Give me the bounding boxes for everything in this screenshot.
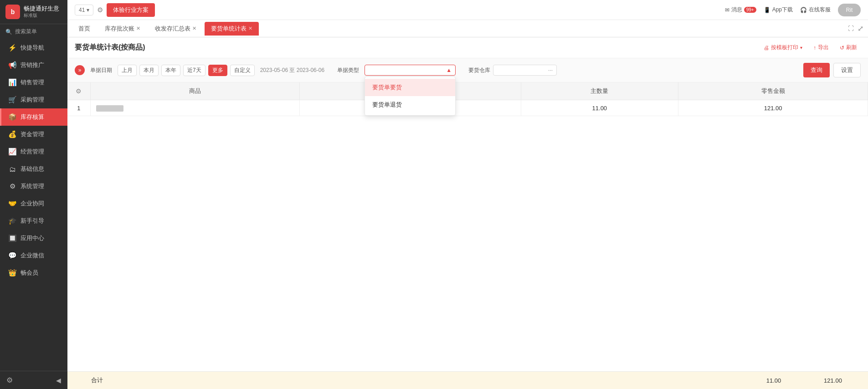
date-presets: 上月 本月 本年 近7天 更多 自定义 [118,65,255,76]
sidebar-item-purchase[interactable]: 🛒 采购管理 [0,91,67,108]
settings-button[interactable]: 设置 [833,63,861,77]
online-service-btn[interactable]: 🎧 在线客服 [800,6,831,14]
sidebar-item-corp[interactable]: 🤝 企业协同 [0,195,67,212]
apps-icon: 🔲 [8,234,17,242]
gear-icon[interactable]: ⚙ [76,87,82,95]
message-btn[interactable]: ✉ 消息 99+ [725,6,756,14]
tab-label-receivable-summary: 收发存汇总表 [155,25,190,33]
preset-this-month[interactable]: 本月 [139,65,159,76]
brand-name: 畅捷通好生意 [24,5,59,13]
type-dropdown: 要货单要货 要货单退货 [365,77,456,116]
sidebar-item-label-inventory: 库存核算 [21,113,44,121]
tab-close-order-summary[interactable]: ✕ [248,26,252,31]
warehouse-select[interactable]: ··· [493,65,557,76]
type-select-wrap: ▲ 要货单要货 要货单退货 [365,65,456,76]
type-arrow: ▲ [446,67,452,73]
app-download-btn[interactable]: 📱 App下载 [764,6,793,14]
sidebar-item-guide[interactable]: 🎓 新手引导 [0,212,67,230]
finance-icon: 💰 [8,130,17,138]
message-icon: ✉ [725,7,729,13]
sidebar-item-quick-nav[interactable]: ⚡ 快捷导航 [0,39,67,56]
sidebar-item-label-member: 畅会员 [21,269,38,277]
table-body: 1 块 11.00 121.00 [67,100,868,116]
warehouse-label: 要货仓库 [468,67,490,74]
type-select[interactable]: ▲ [365,65,456,76]
cell-product [90,100,299,116]
sidebar-item-label-marketing: 营销推广 [21,61,44,69]
sidebar-item-sales[interactable]: 📊 销售管理 [0,74,67,91]
col-amount: 零售金额 [678,82,868,100]
sales-icon: 📊 [8,78,17,87]
filter-expand-btn[interactable]: » [75,65,85,75]
preset-more[interactable]: 更多 [208,65,227,76]
refresh-btn[interactable]: ↺ 刷新 [836,42,861,53]
print-label: 按模板打印 [771,44,798,51]
tab-inventory-batch[interactable]: 库存批次账✕ [98,22,147,36]
tab-close-inventory-batch[interactable]: ✕ [136,26,140,31]
sidebar-item-member[interactable]: 👑 畅会员 [0,264,67,282]
tab-receivable-summary[interactable]: 收发存汇总表✕ [149,22,203,36]
print-icon: 🖨 [764,45,769,51]
gear-icon[interactable]: ⚙ [97,6,103,14]
sidebar-item-base[interactable]: 🗂 基础信息 [0,160,67,178]
sidebar-item-label-purchase: 采购管理 [21,96,44,104]
settings-icon[interactable]: ⚙ [6,376,13,384]
dropdown-item-0[interactable]: 要货单要货 [365,79,455,96]
preset-last-month[interactable]: 上月 [118,65,137,76]
export-btn[interactable]: ↑ 导出 [810,42,832,53]
member-icon: 👑 [8,269,17,277]
preset-custom[interactable]: 自定义 [230,65,255,76]
sidebar: b 畅捷通好生意 标准版 🔍 搜索菜单 ⚡ 快捷导航 📢 营销推广 📊 销售管理… [0,0,67,389]
tab-close-receivable-summary[interactable]: ✕ [192,26,196,31]
tabs-expand-btn[interactable]: ⛶ [848,25,854,32]
tab-order-summary[interactable]: 要货单统计表✕ [205,22,259,36]
main-area: 41 ▾ ⚙ 体验行业方案 ✉ 消息 99+ 📱 App下载 🎧 在线客服 Ri… [67,0,868,389]
col-product: 商品 [90,82,299,100]
export-label: 导出 [818,44,829,51]
page-content: 要货单统计表(按商品) 🖨 按模板打印 ▾ ↑ 导出 ↺ 刷新 » [67,37,868,389]
user-avatar[interactable]: Rit [838,4,861,16]
sidebar-item-operation[interactable]: 📈 经营管理 [0,143,67,160]
online-service-label: 在线客服 [809,6,831,14]
query-button[interactable]: 查询 [803,63,830,77]
cell-seq: 1 [67,100,90,116]
sidebar-item-label-apps: 应用中心 [21,234,44,242]
more-dots: ··· [548,67,553,73]
search-menu[interactable]: 🔍 搜索菜单 [0,24,67,39]
sidebar-item-apps[interactable]: 🔲 应用中心 [0,230,67,247]
print-btn[interactable]: 🖨 按模板打印 ▾ [760,42,806,53]
sidebar-item-label-finance: 资金管理 [21,130,44,138]
page-header: 要货单统计表(按商品) 🖨 按模板打印 ▾ ↑ 导出 ↺ 刷新 [67,37,868,58]
brand-sub: 标准版 [24,12,59,19]
sidebar-item-wechat[interactable]: 💬 企业微信 [0,247,67,264]
sidebar-item-label-wechat: 企业微信 [21,251,44,260]
sidebar-item-label-quick-nav: 快捷导航 [21,44,44,52]
sidebar-item-system[interactable]: ⚙ 系统管理 [0,178,67,195]
preset-7days[interactable]: 近7天 [183,65,205,76]
sidebar-nav: ⚡ 快捷导航 📢 营销推广 📊 销售管理 🛒 采购管理 📦 库存核算 💰 资金管… [0,39,67,371]
sidebar-item-marketing[interactable]: 📢 营销推广 [0,56,67,74]
warehouse-wrap: 要货仓库 ··· [468,65,557,76]
tab-label-home: 首页 [78,25,90,33]
chevron-down-icon: ▾ [87,7,89,13]
data-table: ⚙ 商品 主计量单位 主数量 零售金额 1 块 [67,82,868,116]
preset-this-year[interactable]: 本年 [161,65,180,76]
sidebar-item-inventory[interactable]: 📦 库存核算 [0,108,67,126]
dropdown-item-1[interactable]: 要货单退货 [365,96,455,113]
trial-button[interactable]: 体验行业方案 [107,3,155,17]
table-footer: 合计 11.00 121.00 [67,371,868,389]
sidebar-item-finance[interactable]: 💰 资金管理 [0,126,67,143]
store-selector[interactable]: 41 ▾ [75,5,93,15]
app-download-label: App下载 [772,6,793,14]
sidebar-item-label-corp: 企业协同 [21,200,44,208]
message-label: 消息 [731,6,742,14]
sidebar-footer: ⚙ ◀ [0,371,67,389]
page-actions: 🖨 按模板打印 ▾ ↑ 导出 ↺ 刷新 [760,42,861,53]
footer-label: 合计 [73,376,182,384]
footer-quantity-value: 11.00 [766,377,781,384]
tab-home[interactable]: 首页 [72,22,97,36]
collapse-icon[interactable]: ◀ [56,377,61,384]
tab-maximize-btn[interactable]: ⤢ [858,24,863,33]
headset-icon: 🎧 [800,7,807,13]
refresh-label: 刷新 [846,44,857,51]
